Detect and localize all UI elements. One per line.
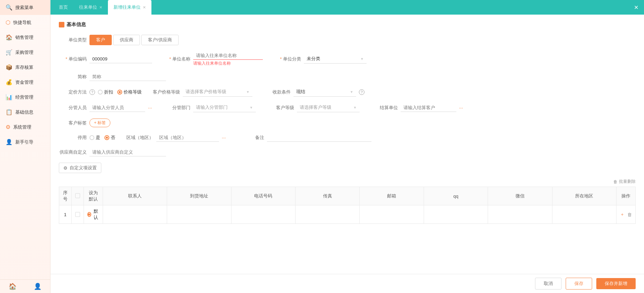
row-default-radio[interactable]: 默认	[87, 208, 99, 221]
unit-type-row: 单位类型 客户 供应商 客户/供应商	[59, 35, 636, 45]
unit-category-select[interactable]: 未分类 ▼	[304, 54, 367, 64]
customer-tags-label: 客户标签	[59, 120, 87, 126]
table-section: 🗑 批量删除 序号 设为默认 联系人 到货地址 电话号码 传真 邮箱 qq	[59, 179, 636, 224]
unit-name-wrap: 请输入往来单位名称	[193, 51, 263, 66]
sidebar-item-quick-nav[interactable]: ⬡ 快捷导航	[0, 15, 50, 30]
sidebar-item-inventory[interactable]: 📦 库存核算	[0, 60, 50, 75]
short-name-row: 简称	[59, 73, 636, 81]
sidebar-item-system[interactable]: ⚙ 系统管理	[0, 120, 50, 135]
sidebar-item-newbie[interactable]: 👤 新手引导	[0, 135, 50, 149]
main-area: 首页 往来单位 ✕ 新增往来单位 ✕ ✕ 基本信息 单位类型 客户 供应商 客户…	[50, 0, 644, 293]
cell-qq[interactable]	[424, 205, 488, 224]
sidebar-item-search[interactable]: 🔍 搜索菜单	[0, 0, 50, 15]
unit-code-input[interactable]	[89, 55, 152, 63]
row-add-icon[interactable]: ＋	[620, 211, 625, 218]
col-contact: 联系人	[103, 187, 167, 205]
row-checkbox[interactable]	[75, 212, 80, 217]
cancel-button[interactable]: 取消	[535, 278, 561, 290]
cell-email[interactable]	[360, 205, 424, 224]
cell-region[interactable]	[552, 205, 616, 224]
radio-no-circle	[104, 135, 109, 140]
customer-level-field: 客户等级 请选择客户等级 ▼	[266, 103, 360, 112]
settlement-unit-more-icon[interactable]: ···	[459, 105, 463, 111]
tab-partner-list-close[interactable]: ✕	[99, 5, 102, 10]
customer-price-level-select[interactable]: 请选择客户价格等级 ▼	[183, 87, 252, 97]
cell-wechat[interactable]	[488, 205, 552, 224]
cell-contact[interactable]	[103, 205, 167, 224]
cell-fax[interactable]	[295, 205, 359, 224]
sidebar-label-inventory: 库存核算	[15, 64, 33, 71]
region-field: 区域（地区） ···	[126, 133, 226, 142]
custom-settings-button[interactable]: ⚙ 自定义项设置	[59, 163, 101, 173]
add-tag-label: + 标签	[94, 120, 106, 126]
batch-delete-btn[interactable]: 🗑 批量删除	[613, 179, 636, 185]
region-more-icon[interactable]: ···	[222, 135, 226, 140]
select-all-checkbox[interactable]	[75, 193, 80, 198]
cell-address[interactable]	[167, 205, 231, 224]
tab-partner-list-label: 往来单位	[79, 4, 97, 10]
payment-terms-select[interactable]: 现结 ▼	[293, 87, 356, 97]
radio-discount[interactable]: 折扣	[98, 89, 113, 95]
inventory-icon: 📦	[6, 64, 13, 71]
save-new-button[interactable]: 保存并新增	[596, 278, 636, 289]
unit-code-label: 单位编码	[59, 56, 87, 62]
row-default-label: 默认	[93, 208, 99, 221]
btn-supplier[interactable]: 供应商	[113, 35, 140, 45]
unit-name-input[interactable]	[193, 51, 263, 60]
department-select[interactable]: 请输入分管部门 ▼	[193, 103, 256, 112]
tab-partner-list[interactable]: 往来单位 ✕	[73, 0, 108, 15]
supplier-custom-label: 供应商自定义	[59, 149, 87, 155]
sidebar-item-finance[interactable]: 💰 资金管理	[0, 75, 50, 90]
settlement-unit-input[interactable]	[401, 104, 456, 112]
sidebar-user-icon[interactable]: 👤	[34, 283, 41, 290]
save-button[interactable]: 保存	[566, 278, 592, 290]
sidebar-label-search: 搜索菜单	[15, 5, 33, 11]
radio-yes[interactable]: 是	[89, 135, 100, 141]
add-tag-button[interactable]: + 标签	[89, 119, 110, 127]
supplier-custom-input[interactable]	[89, 148, 166, 156]
tab-home[interactable]: 首页	[53, 0, 73, 15]
btn-customer[interactable]: 客户	[89, 35, 112, 45]
short-name-input[interactable]	[89, 73, 166, 81]
section-title-basic: 基本信息	[66, 22, 86, 28]
radio-price-level[interactable]: 价格等级	[117, 89, 142, 95]
cell-default: 默认	[84, 205, 103, 224]
gear-icon: ⚙	[63, 165, 68, 171]
sidebar-label-newbie: 新手引导	[15, 139, 33, 145]
tabbar-close-all[interactable]: ✕	[631, 4, 641, 11]
col-address: 到货地址	[167, 187, 231, 205]
sidebar-item-basic-info[interactable]: 📋 基础信息	[0, 105, 50, 120]
sidebar-home-icon[interactable]: 🏠	[9, 283, 16, 290]
cell-phone[interactable]	[231, 205, 295, 224]
tab-add-partner-close[interactable]: ✕	[143, 5, 146, 10]
radio-price-level-circle	[117, 90, 122, 95]
col-region: 所在地区	[552, 187, 616, 205]
customer-level-select[interactable]: 请选择客户等级 ▼	[297, 103, 360, 112]
region-input[interactable]	[156, 133, 219, 142]
radio-price-level-label: 价格等级	[124, 89, 142, 95]
radio-no[interactable]: 否	[104, 135, 115, 141]
sidebar-item-sales[interactable]: 🏠 销售管理	[0, 30, 50, 45]
pricing-help-icon[interactable]: ?	[89, 89, 95, 95]
manager-input[interactable]	[89, 104, 145, 112]
region-label: 区域（地区）	[126, 135, 154, 141]
customer-level-label: 客户等级	[266, 105, 294, 111]
sidebar-item-purchase[interactable]: 🛒 采购管理	[0, 45, 50, 60]
col-fax: 传真	[295, 187, 359, 205]
remarks-input[interactable]	[267, 133, 371, 142]
tab-add-partner[interactable]: 新增往来单位 ✕	[108, 0, 151, 15]
sales-icon: 🏠	[6, 34, 13, 41]
remarks-field: 备注	[236, 133, 371, 142]
row-delete-icon[interactable]: 🗑	[627, 212, 632, 217]
sidebar-label-operations: 经营管理	[15, 94, 33, 100]
table-actions: 🗑 批量删除	[59, 179, 636, 185]
newbie-icon: 👤	[6, 139, 13, 145]
system-icon: ⚙	[6, 124, 10, 130]
customer-price-level-arrow: ▼	[246, 90, 250, 94]
radio-no-label: 否	[111, 135, 115, 141]
manager-more-icon[interactable]: ···	[148, 105, 152, 111]
sidebar-item-operations[interactable]: 📊 经营管理	[0, 90, 50, 105]
sidebar-label-purchase: 采购管理	[15, 49, 33, 56]
payment-terms-help-icon[interactable]: ?	[359, 89, 364, 95]
btn-both[interactable]: 客户/供应商	[141, 35, 179, 45]
